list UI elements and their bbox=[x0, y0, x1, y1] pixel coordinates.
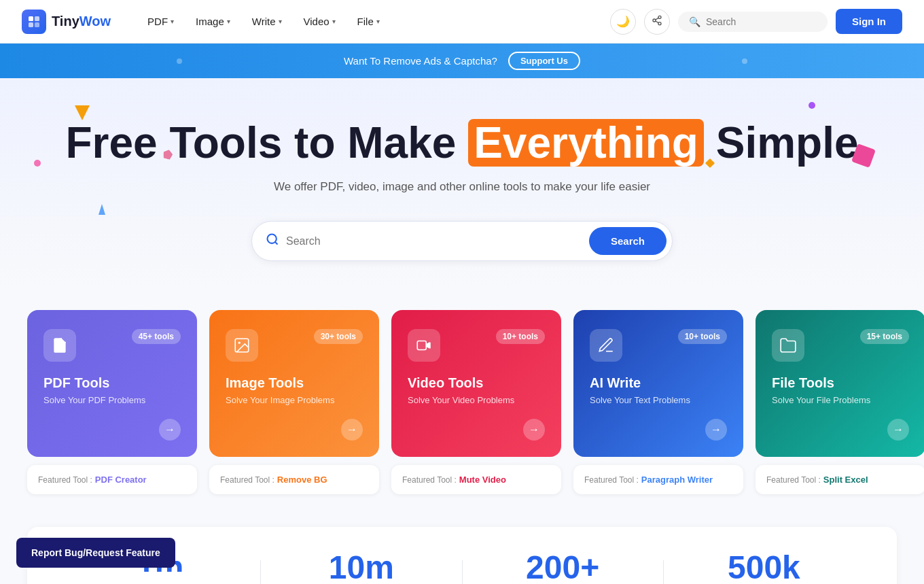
pdf-subtitle: Solve Your PDF Problems bbox=[43, 395, 181, 405]
bug-report-button[interactable]: Report Bug/Request Feature bbox=[16, 538, 175, 568]
chevron-down-icon: ▾ bbox=[376, 18, 380, 25]
banner-dot-2 bbox=[742, 58, 747, 64]
ai-badge: 10+ tools bbox=[678, 329, 727, 344]
headline-highlight: Everything bbox=[468, 119, 704, 167]
video-icon bbox=[408, 329, 440, 362]
file-subtitle: Solve Your File Problems bbox=[772, 395, 909, 405]
file-title: File Tools bbox=[772, 375, 909, 391]
shape-dot-purple bbox=[808, 102, 815, 109]
featured-row: Featured Tool : PDF Creator Featured Too… bbox=[27, 465, 897, 494]
moon-icon: 🌙 bbox=[616, 15, 630, 28]
hero-headline: Free Tools to Make Everything Simple bbox=[27, 119, 897, 167]
pdf-featured-card: Featured Tool : PDF Creator bbox=[27, 465, 197, 494]
theme-toggle-button[interactable]: 🌙 bbox=[610, 9, 636, 35]
stat-files-value: 10m bbox=[261, 549, 461, 584]
nav-item-file[interactable]: File ▾ bbox=[348, 10, 389, 33]
pdf-icon bbox=[43, 329, 76, 362]
search-icon: 🔍 bbox=[689, 16, 700, 27]
tool-card-image[interactable]: 30+ tools Image Tools Solve Your Image P… bbox=[209, 310, 379, 457]
sign-in-button[interactable]: Sign In bbox=[836, 9, 902, 34]
pdf-title: PDF Tools bbox=[43, 375, 181, 391]
stat-tools-value: 200+ bbox=[463, 549, 663, 584]
file-featured-card: Featured Tool : Split Excel bbox=[756, 465, 924, 494]
stat-files: 10m FilesConverted bbox=[261, 549, 461, 584]
logo-icon bbox=[22, 10, 46, 34]
svg-rect-3 bbox=[35, 22, 39, 27]
support-us-button[interactable]: Support Us bbox=[508, 52, 580, 70]
hero-search-input[interactable] bbox=[286, 235, 589, 247]
tool-card-pdf[interactable]: 45+ tools PDF Tools Solve Your PDF Probl… bbox=[27, 310, 197, 457]
share-button[interactable] bbox=[644, 9, 670, 35]
banner-dot-1 bbox=[177, 58, 182, 64]
chevron-down-icon: ▾ bbox=[171, 18, 174, 25]
svg-line-10 bbox=[275, 242, 278, 245]
video-featured-card: Featured Tool : Mute Video bbox=[391, 465, 561, 494]
svg-rect-0 bbox=[29, 16, 33, 21]
nav-search-bar[interactable]: 🔍 bbox=[678, 12, 828, 32]
hero-section: Free Tools to Make Everything Simple We … bbox=[0, 78, 924, 288]
tool-card-video[interactable]: 10+ tools Video Tools Solve Your Video P… bbox=[391, 310, 561, 457]
svg-rect-1 bbox=[35, 16, 39, 21]
video-title: Video Tools bbox=[408, 375, 545, 391]
tool-card-ai[interactable]: 10+ tools AI Write Solve Your Text Probl… bbox=[573, 310, 743, 457]
svg-point-9 bbox=[268, 235, 277, 243]
nav-item-pdf[interactable]: PDF ▾ bbox=[138, 10, 183, 33]
ai-arrow[interactable]: → bbox=[705, 419, 727, 441]
nav-item-write[interactable]: Write ▾ bbox=[243, 10, 291, 33]
svg-line-8 bbox=[656, 18, 659, 20]
nav-item-image[interactable]: Image ▾ bbox=[186, 10, 240, 33]
tool-card-header: 45+ tools bbox=[43, 329, 181, 362]
video-arrow[interactable]: → bbox=[523, 419, 545, 441]
ai-title: AI Write bbox=[590, 375, 727, 391]
shape-triangle-blue bbox=[99, 204, 105, 215]
stat-pdfs-value: 500k bbox=[664, 549, 864, 584]
navbar: TinyWow PDF ▾ Image ▾ Write ▾ Video ▾ Fi… bbox=[0, 0, 924, 44]
svg-point-14 bbox=[238, 342, 241, 344]
image-arrow[interactable]: → bbox=[341, 419, 363, 441]
tool-card-file[interactable]: 15+ tools File Tools Solve Your File Pro… bbox=[756, 310, 924, 457]
svg-point-4 bbox=[658, 16, 661, 18]
hero-subtitle: We offer PDF, video, image and other onl… bbox=[27, 180, 897, 194]
file-badge: 15+ tools bbox=[860, 329, 909, 344]
nav-links: PDF ▾ Image ▾ Write ▾ Video ▾ File ▾ bbox=[138, 10, 610, 33]
stat-tools: 200+ OnlineTools bbox=[463, 549, 663, 584]
svg-rect-2 bbox=[29, 22, 33, 27]
pdf-arrow[interactable]: → bbox=[159, 419, 181, 441]
nav-item-video[interactable]: Video ▾ bbox=[294, 10, 345, 33]
svg-rect-15 bbox=[417, 341, 426, 350]
ai-icon bbox=[590, 329, 622, 362]
logo[interactable]: TinyWow bbox=[22, 10, 111, 34]
svg-point-6 bbox=[658, 22, 661, 24]
image-icon bbox=[226, 329, 258, 362]
tool-card-header-image: 30+ tools bbox=[226, 329, 363, 362]
file-icon bbox=[772, 329, 804, 362]
pdf-badge: 45+ tools bbox=[132, 329, 181, 344]
nav-search-input[interactable] bbox=[706, 16, 817, 27]
chevron-down-icon: ▾ bbox=[279, 18, 282, 25]
tool-card-header-video: 10+ tools bbox=[408, 329, 545, 362]
hero-search-button[interactable]: Search bbox=[589, 227, 667, 255]
banner-text: Want To Remove Ads & Captcha? bbox=[344, 55, 497, 67]
headline-start: Free Tools to Make bbox=[65, 118, 468, 167]
share-icon bbox=[652, 15, 662, 29]
hero-search-bar: Search bbox=[251, 221, 673, 261]
logo-text: TinyWow bbox=[52, 14, 111, 29]
image-featured-card: Featured Tool : Remove BG bbox=[209, 465, 379, 494]
search-icon bbox=[266, 233, 279, 250]
tools-section: 45+ tools PDF Tools Solve Your PDF Probl… bbox=[0, 288, 924, 511]
video-badge: 10+ tools bbox=[496, 329, 545, 344]
banner: Want To Remove Ads & Captcha? Support Us bbox=[0, 44, 924, 78]
file-arrow[interactable]: → bbox=[887, 419, 909, 441]
svg-point-5 bbox=[653, 19, 656, 22]
tools-row: 45+ tools PDF Tools Solve Your PDF Probl… bbox=[27, 310, 897, 457]
image-subtitle: Solve Your Image Problems bbox=[226, 395, 363, 405]
image-title: Image Tools bbox=[226, 375, 363, 391]
nav-actions: 🌙 🔍 Sign In bbox=[610, 9, 902, 35]
stat-pdfs: 500k PDFsCreated bbox=[664, 549, 864, 584]
headline-end: Simple bbox=[704, 118, 859, 167]
tool-card-header-file: 15+ tools bbox=[772, 329, 909, 362]
tool-card-header-ai: 10+ tools bbox=[590, 329, 727, 362]
chevron-down-icon: ▾ bbox=[332, 18, 336, 25]
ai-featured-card: Featured Tool : Paragraph Writer bbox=[573, 465, 743, 494]
ai-subtitle: Solve Your Text Problems bbox=[590, 395, 727, 405]
